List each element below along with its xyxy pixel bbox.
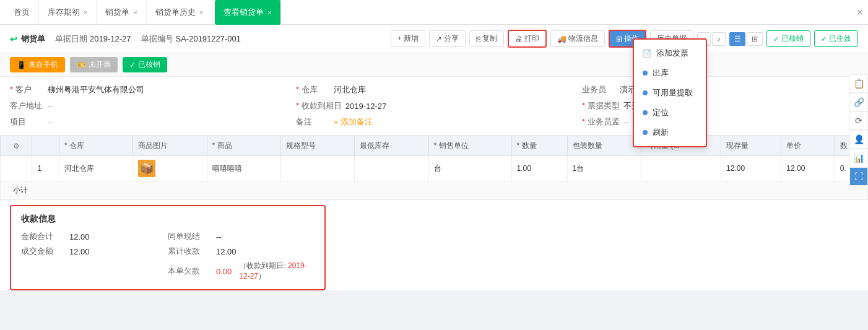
right-icon-5[interactable]: 📊 [849, 149, 868, 167]
dropdown-locate[interactable]: 定位 [634, 103, 706, 123]
copy-button[interactable]: ⎘ 复制 [469, 30, 504, 47]
right-icon-expand[interactable]: ⛶ [849, 167, 868, 186]
plus-icon: + [334, 118, 339, 127]
staff-row: 业务员 演示账号 [582, 84, 858, 95]
new-button[interactable]: + 新增 [391, 30, 425, 47]
dropdown-outbound[interactable]: 出库 [634, 63, 706, 83]
next-arrow[interactable]: › [712, 32, 726, 46]
warehouse-row: * 仓库 河北仓库 [296, 84, 572, 95]
doc-date-group: 单据日期 2019-12-27 [55, 33, 131, 45]
form-section: * 客户 柳州粤港平安气体有限公司 * 仓库 河北仓库 业务员 演示账号 客户地… [0, 77, 868, 135]
doc-number-label: 单据编号 [141, 33, 173, 45]
tab-sales-close[interactable]: × [133, 9, 137, 16]
outbound-dot [643, 71, 648, 76]
deal-value: 12.00 [69, 247, 90, 256]
payment-title: 收款信息 [21, 214, 315, 225]
salesperson-value: -- [623, 118, 629, 127]
mobile-icon: 📱 [17, 61, 26, 69]
cumulative-value: 12.00 [216, 247, 237, 256]
doc-date-value: 2019-12-27 [90, 34, 131, 43]
tab-sales[interactable]: 销货单 × [97, 0, 146, 25]
row-warehouse: 河北仓库 [59, 156, 132, 181]
row-gear [1, 156, 32, 181]
amount-value: 12.00 [69, 232, 90, 241]
dropdown-refresh[interactable]: 刷新 [634, 123, 706, 142]
tab-home[interactable]: 首页 [5, 0, 39, 25]
empty-row [21, 261, 168, 282]
tab-view-sales-close[interactable]: × [267, 9, 271, 16]
tab-sales-history-close[interactable]: × [199, 9, 203, 16]
product-table: ⚙ * 仓库 商品图片 * 商品 规格型号 最低库存 * 销售单位 * 数量 包… [0, 136, 868, 200]
tab-view-sales[interactable]: 查看销货单 × [215, 0, 280, 25]
mobile-btn[interactable]: 📱 来自手机 [10, 57, 65, 72]
doc-number-value: SA-20191227-001 [176, 34, 241, 43]
tab-bar: 首页 库存期初 × 销货单 × 销货单历史 × 查看销货单 × × [0, 0, 868, 25]
tab-sales-history-label: 销货单历史 [155, 7, 196, 18]
row-price: 12.00 [781, 156, 835, 181]
right-icon-1[interactable]: 📋 [849, 74, 868, 93]
grid-icon: ⊞ [616, 35, 622, 43]
row-available [641, 156, 721, 181]
row-num: 1 [32, 156, 59, 181]
cumulative-label: 累计收款 [168, 246, 211, 257]
warehouse-value: 河北仓库 [334, 84, 366, 95]
col-stock: 现存量 [721, 136, 781, 156]
col-pkg-qty: 包装数量 [567, 136, 641, 156]
debt-label: 本单欠款 [168, 266, 211, 277]
locate-dot [643, 110, 648, 115]
unopened-btn[interactable]: 🎫 未开票 [70, 57, 118, 72]
address-row: 客户地址 -- [10, 100, 286, 111]
quantity-dot [643, 90, 648, 95]
col-image: 商品图片 [133, 136, 207, 156]
tab-inventory-label: 库存期初 [48, 7, 80, 18]
customer-value: 柳州粤港平安气体有限公司 [48, 84, 144, 95]
dropdown-locate-label: 定位 [653, 107, 669, 118]
right-icon-2[interactable]: 🔗 [849, 93, 868, 111]
payment-date-label: * 收款到期日 [296, 100, 342, 111]
payment-section: 收款信息 金额合计 12.00 同单现结 -- 成交金额 12.00 累计收款 … [10, 205, 326, 290]
col-gear: ⚙ [1, 136, 32, 156]
add-note-button[interactable]: + 添加备注 [334, 116, 373, 128]
tab-inventory[interactable]: 库存期初 × [39, 0, 97, 25]
doc-date-label: 单据日期 [55, 33, 87, 45]
grid-view-btn[interactable]: ⊞ [747, 32, 763, 46]
tab-inventory-close[interactable]: × [84, 9, 87, 16]
doc-number-group: 单据编号 SA-20191227-001 [141, 33, 241, 45]
print-button[interactable]: 🖨 打印 [508, 30, 547, 48]
ticket-icon: 🎫 [77, 61, 86, 69]
confirm-btn[interactable]: ✓ 已核销 [123, 57, 167, 72]
dropdown-add-invoice-label: 添加发票 [656, 48, 688, 59]
invoice-icon: 📄 [643, 49, 651, 58]
right-icon-3[interactable]: ⟳ [849, 111, 868, 130]
address-value: -- [48, 102, 53, 111]
sold-button[interactable]: ✓ 已核销 [766, 30, 810, 47]
payment-date-row: * 收款到期日 2019-12-27 [296, 100, 572, 111]
check2-icon: ✓ [821, 35, 827, 43]
truck-icon: 🚚 [557, 35, 566, 43]
refresh-dot [643, 130, 648, 135]
dropdown-add-invoice[interactable]: 📄 添加发票 [634, 43, 706, 63]
row-unit: 台 [428, 156, 511, 181]
col-warehouse: * 仓库 [59, 136, 132, 156]
salesperson-row: * 业务员孟 -- [582, 116, 858, 128]
col-min-stock: 最低库存 [355, 136, 428, 156]
right-icon-4[interactable]: 👤 [849, 130, 868, 149]
row-product: 嘻嘻嘻嘻 [207, 156, 280, 181]
row-min-stock [355, 156, 428, 181]
share-button[interactable]: ↗ 分享 [429, 30, 466, 47]
project-value: -- [48, 118, 53, 127]
effect-button[interactable]: ✓ 已生效 [814, 30, 858, 47]
window-close-button[interactable]: × [856, 6, 863, 19]
customer-label: * 客户 [10, 84, 44, 95]
col-spec: 规格型号 [280, 136, 354, 156]
tab-sales-history[interactable]: 销货单历史 × [147, 0, 212, 25]
main-content: ↩ 销货单 单据日期 2019-12-27 单据编号 SA-20191227-0… [0, 25, 868, 290]
same-order-value: -- [216, 232, 222, 241]
same-order-row: 同单现结 -- [168, 231, 315, 242]
list-view-btn[interactable]: ☰ [729, 32, 745, 46]
dropdown-quantity[interactable]: 可用量提取 [634, 83, 706, 103]
print-icon: 🖨 [515, 35, 523, 43]
row-qty: 1.00 [511, 156, 567, 181]
logistics-button[interactable]: 🚚 物流信息 [550, 30, 605, 47]
toolbar: + 新增 ↗ 分享 ⎘ 复制 🖨 打印 🚚 物流信息 [391, 30, 858, 48]
